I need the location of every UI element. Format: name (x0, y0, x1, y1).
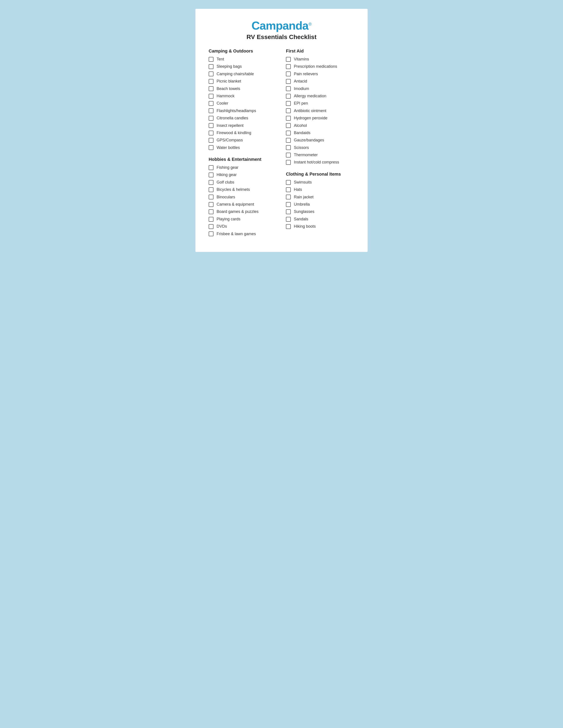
list-item: Sleeping bags (209, 64, 277, 69)
checkbox[interactable] (209, 187, 213, 192)
clothing-items-list: SwimsuitsHatsRain jacketUmbrellaSunglass… (286, 180, 354, 229)
item-label: Playing cards (216, 217, 240, 222)
checkbox[interactable] (286, 94, 291, 99)
checkbox[interactable] (286, 116, 291, 121)
section-hobbies-title: Hobbies & Entertainment (209, 157, 277, 162)
checkbox[interactable] (209, 64, 213, 69)
checkbox[interactable] (209, 108, 213, 113)
checkbox[interactable] (209, 224, 213, 229)
list-item: Tent (209, 57, 277, 62)
checkbox[interactable] (209, 131, 213, 135)
item-label: Binoculars (216, 195, 235, 200)
checkbox[interactable] (286, 71, 291, 76)
checkbox[interactable] (209, 116, 213, 121)
section-firstaid-title: First Aid (286, 49, 354, 54)
item-label: Allergy medication (294, 94, 326, 99)
item-label: Board games & puzzles (216, 209, 258, 214)
list-item: Thermometer (286, 152, 354, 158)
checkbox[interactable] (286, 101, 291, 106)
checkbox[interactable] (209, 202, 213, 207)
checkbox[interactable] (209, 123, 213, 128)
item-label: Hiking gear (216, 172, 237, 177)
list-item: Golf clubs (209, 180, 277, 185)
list-item: Antacid (286, 79, 354, 84)
checkbox[interactable] (209, 217, 213, 222)
main-columns: Camping & Outdoors TentSleeping bagsCamp… (209, 49, 354, 239)
checkbox[interactable] (286, 224, 291, 229)
list-item: Hats (286, 187, 354, 192)
item-label: Antacid (294, 79, 307, 84)
checkbox[interactable] (286, 202, 291, 207)
firstaid-items-list: VitaminsPrescription medicationsPain rel… (286, 57, 354, 165)
checkbox[interactable] (286, 209, 291, 214)
list-item: Prescription medications (286, 64, 354, 69)
item-label: Firewood & kindling (216, 130, 251, 135)
item-label: Picnic blanket (216, 79, 241, 84)
list-item: Fishing gear (209, 165, 277, 170)
checkbox[interactable] (209, 180, 213, 185)
checkbox[interactable] (209, 165, 213, 170)
checkbox[interactable] (209, 79, 213, 84)
list-item: Antibiotic ointment (286, 108, 354, 113)
item-label: Bicycles & helmets (216, 187, 250, 192)
item-label: Cooler (216, 101, 228, 106)
list-item: Camera & equipment (209, 202, 277, 207)
item-label: Camera & equipment (216, 202, 254, 207)
list-item: Alcohol (286, 123, 354, 128)
item-label: Water bottles (216, 145, 240, 150)
checkbox[interactable] (209, 94, 213, 99)
list-item: Hiking gear (209, 172, 277, 177)
list-item: Scissors (286, 145, 354, 150)
checkbox[interactable] (286, 123, 291, 128)
list-item: Bandaids (286, 130, 354, 135)
item-label: DVDs (216, 224, 227, 229)
item-label: Scissors (294, 145, 309, 150)
checkbox[interactable] (286, 57, 291, 62)
checkbox[interactable] (209, 145, 213, 150)
list-item: Water bottles (209, 145, 277, 150)
checkbox[interactable] (286, 64, 291, 69)
list-item: Gauze/bandages (286, 138, 354, 143)
list-item: Frisbee & lawn games (209, 231, 277, 236)
checkbox[interactable] (209, 71, 213, 76)
list-item: Playing cards (209, 217, 277, 222)
checkbox[interactable] (286, 160, 291, 165)
checkbox[interactable] (209, 101, 213, 106)
list-item: Beach towels (209, 86, 277, 91)
item-label: Hydrogen peroxide (294, 116, 328, 121)
checkbox[interactable] (286, 145, 291, 150)
item-label: Thermometer (294, 152, 318, 158)
item-label: Hammock (216, 94, 234, 99)
checkbox[interactable] (286, 79, 291, 84)
item-label: GPS/Compass (216, 138, 243, 143)
list-item: Allergy medication (286, 94, 354, 99)
hobbies-items-list: Fishing gearHiking gearGolf clubsBicycle… (209, 165, 277, 236)
item-label: Swimsuits (294, 180, 312, 185)
checkbox[interactable] (209, 231, 213, 236)
page-title: RV Essentials Checklist (209, 34, 354, 41)
checkbox[interactable] (286, 108, 291, 113)
checkbox[interactable] (209, 138, 213, 143)
checkbox[interactable] (209, 173, 213, 177)
checkbox[interactable] (209, 57, 213, 62)
item-label: Fishing gear (216, 165, 238, 170)
checkbox[interactable] (209, 86, 213, 91)
checkbox[interactable] (286, 153, 291, 158)
list-item: Hammock (209, 94, 277, 99)
checkbox[interactable] (286, 187, 291, 192)
checkbox[interactable] (286, 195, 291, 199)
left-column: Camping & Outdoors TentSleeping bagsCamp… (209, 49, 277, 239)
checkbox[interactable] (209, 195, 213, 199)
item-label: Sandals (294, 217, 308, 222)
checkbox[interactable] (209, 209, 213, 214)
checkbox[interactable] (286, 131, 291, 135)
checkbox[interactable] (286, 138, 291, 143)
list-item: Sandals (286, 217, 354, 222)
list-item: Hydrogen peroxide (286, 116, 354, 121)
list-item: Firewood & kindling (209, 130, 277, 135)
checkbox[interactable] (286, 217, 291, 222)
item-label: Hiking boots (294, 224, 316, 229)
list-item: Citronella candles (209, 116, 277, 121)
checkbox[interactable] (286, 86, 291, 91)
checkbox[interactable] (286, 180, 291, 185)
